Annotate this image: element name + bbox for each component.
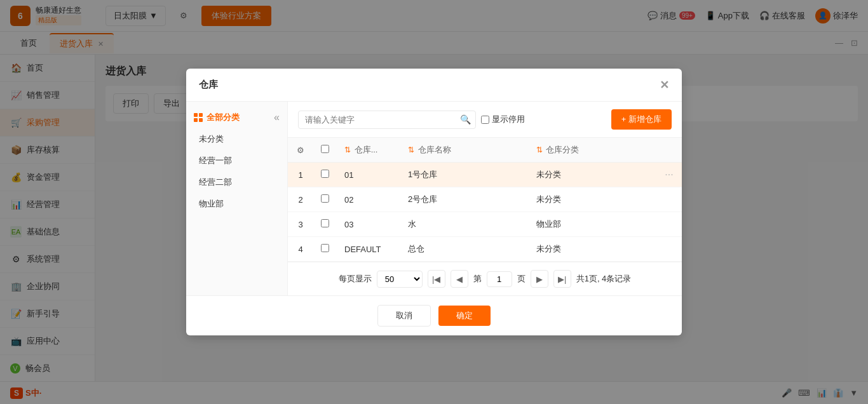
right-panel: 🔍 显示停用 + 新增仓库 ⚙: [288, 102, 682, 295]
row-check-3: [313, 212, 337, 237]
next-page-btn[interactable]: ▶: [531, 270, 548, 288]
total-info: 共1页, 4条记录: [576, 273, 632, 285]
left-panel-toggle-icon[interactable]: «: [274, 112, 280, 123]
row-index-4: 4: [288, 237, 313, 262]
search-input[interactable]: [298, 111, 476, 129]
page-number-input[interactable]: [487, 271, 512, 287]
row-category-4: 未分类: [529, 237, 657, 262]
dialog-body: 全部分类 « 未分类 经营一部 经营二部 物业部: [186, 102, 682, 295]
right-panel-toolbar: 🔍 显示停用 + 新增仓库: [288, 102, 682, 138]
row-actions-1[interactable]: ···: [656, 163, 682, 187]
table-row[interactable]: 1 01 1号仓库 未分类 ···: [288, 163, 682, 187]
dialog-title: 仓库: [199, 79, 218, 91]
left-panel-title: 全部分类: [194, 112, 240, 123]
dialog-header: 仓库 ✕: [186, 69, 682, 102]
row-checkbox-4[interactable]: [321, 244, 329, 252]
table-row[interactable]: 3 03 水 物业部: [288, 212, 682, 237]
overlay: 仓库 ✕ 全部分类 « 未分类: [0, 0, 868, 404]
row-check-4: [313, 237, 337, 262]
left-panel-item-3[interactable]: 物业部: [186, 193, 287, 215]
left-panel-item-0[interactable]: 未分类: [186, 128, 287, 150]
page-unit: 页: [517, 273, 526, 285]
row-actions-4[interactable]: [656, 237, 682, 262]
row-name-2: 2号仓库: [400, 187, 529, 212]
sort-icon-name: ⇅: [408, 145, 414, 154]
row-checkbox-3[interactable]: [321, 219, 329, 227]
row-category-2: 未分类: [529, 187, 657, 212]
row-code-4: DEFAULT: [337, 237, 400, 262]
search-wrap: 🔍: [298, 111, 476, 129]
sort-icon-category: ⇅: [536, 145, 543, 154]
first-page-btn[interactable]: |◀: [428, 270, 445, 288]
th-checkbox: [313, 138, 337, 163]
row-name-1: 1号仓库: [400, 163, 529, 187]
left-panel-item-2[interactable]: 经营二部: [186, 172, 287, 193]
show-disabled-checkbox[interactable]: [481, 116, 489, 124]
row-actions-2[interactable]: [656, 187, 682, 212]
confirm-button[interactable]: 确定: [438, 306, 491, 326]
row-more-icon-1[interactable]: ···: [665, 169, 673, 180]
row-name-4: 总仓: [400, 237, 529, 262]
table-body: 1 01 1号仓库 未分类 ···: [288, 163, 682, 262]
row-code-3: 03: [337, 212, 400, 237]
row-name-3: 水: [400, 212, 529, 237]
page-label: 第: [473, 273, 482, 285]
warehouse-table: ⚙ ⇅ 仓库... ⇅ 仓库名称: [288, 138, 682, 262]
select-all-checkbox[interactable]: [321, 145, 329, 153]
th-gear: ⚙: [288, 138, 313, 163]
row-index-2: 2: [288, 187, 313, 212]
last-page-btn[interactable]: ▶|: [553, 270, 571, 288]
th-code: ⇅ 仓库...: [337, 138, 400, 163]
row-index-1: 1: [288, 163, 313, 187]
row-checkbox-2[interactable]: [321, 194, 329, 203]
page-size-label: 每页显示: [339, 273, 372, 285]
row-index-3: 3: [288, 212, 313, 237]
th-category: ⇅ 仓库分类: [529, 138, 657, 163]
warehouse-dialog: 仓库 ✕ 全部分类 « 未分类: [186, 69, 682, 335]
table-header-row: ⚙ ⇅ 仓库... ⇅ 仓库名称: [288, 138, 682, 163]
row-check-1: [313, 163, 337, 187]
dialog-close-icon[interactable]: ✕: [660, 79, 669, 91]
table-wrap: ⚙ ⇅ 仓库... ⇅ 仓库名称: [288, 138, 682, 262]
left-panel: 全部分类 « 未分类 经营一部 经营二部 物业部: [186, 102, 288, 295]
prev-page-btn[interactable]: ◀: [451, 270, 468, 288]
add-warehouse-btn[interactable]: + 新增仓库: [611, 109, 672, 130]
left-panel-header: 全部分类 «: [186, 107, 287, 128]
row-category-1: 未分类: [529, 163, 657, 187]
pagination: 每页显示 50 20 100 |◀ ◀ 第 页 ▶ ▶| 共1页, 4条记录: [288, 262, 682, 295]
row-actions-3[interactable]: [656, 212, 682, 237]
grid-icon: [194, 113, 203, 122]
cancel-button[interactable]: 取消: [377, 305, 431, 327]
row-code-1: 01: [337, 163, 400, 187]
left-panel-title-text: 全部分类: [207, 112, 240, 123]
left-panel-item-1[interactable]: 经营一部: [186, 150, 287, 172]
row-code-2: 02: [337, 187, 400, 212]
row-category-3: 物业部: [529, 212, 657, 237]
row-checkbox-1[interactable]: [321, 170, 329, 178]
th-name: ⇅ 仓库名称: [400, 138, 529, 163]
page-size-select[interactable]: 50 20 100: [377, 271, 423, 288]
dialog-footer: 取消 确定: [186, 295, 682, 335]
show-disabled-label[interactable]: 显示停用: [481, 114, 525, 125]
th-actions: [656, 138, 682, 163]
sort-icon-code: ⇅: [344, 145, 351, 154]
search-icon: 🔍: [460, 114, 471, 125]
row-check-2: [313, 187, 337, 212]
table-row[interactable]: 2 02 2号仓库 未分类: [288, 187, 682, 212]
show-disabled-text: 显示停用: [492, 114, 525, 125]
table-row[interactable]: 4 DEFAULT 总仓 未分类: [288, 237, 682, 262]
